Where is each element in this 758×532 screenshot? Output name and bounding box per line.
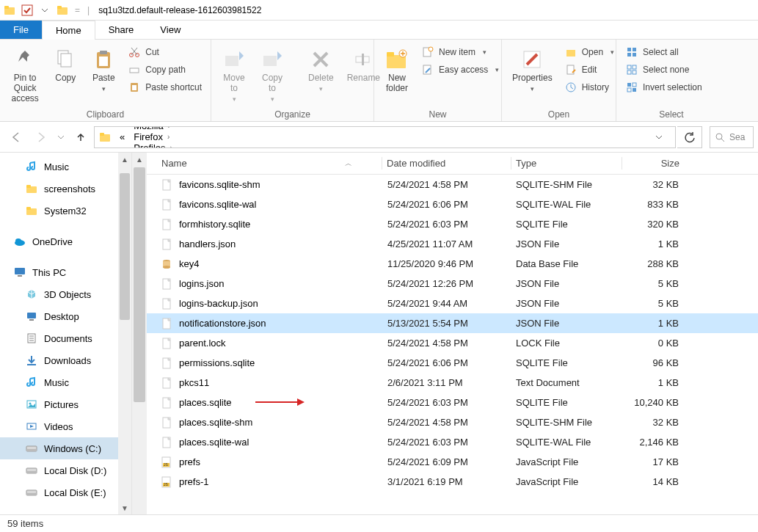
tree-item-local-disk-d-[interactable]: Local Disk (D:) xyxy=(0,459,131,481)
file-name: formhistory.sqlite xyxy=(179,219,383,230)
file-row[interactable]: JSprefs5/24/2021 6:09 PMJavaScript File1… xyxy=(147,452,758,472)
file-row[interactable]: permissions.sqlite5/24/2021 6:06 PMSQLIT… xyxy=(147,353,758,373)
tree-item-windows-c-[interactable]: Windows (C:) xyxy=(0,437,131,459)
content-scrollbar[interactable]: ▲ xyxy=(132,153,147,514)
invert-selection-button[interactable]: Invert selection xyxy=(622,79,705,95)
cut-button[interactable]: Cut xyxy=(125,44,205,60)
tree-item-downloads[interactable]: Downloads xyxy=(0,349,131,371)
column-headers[interactable]: Name︿ Date modified Type Size xyxy=(147,153,758,175)
file-row[interactable]: favicons.sqlite-shm5/24/2021 4:58 PMSQLI… xyxy=(147,175,758,194)
tree-item-documents[interactable]: Documents xyxy=(0,327,131,349)
tree-item-label: This PC xyxy=(32,267,66,278)
copy-to-button[interactable]: Copy to▾ xyxy=(255,44,289,106)
move-to-button[interactable]: Move to▾ xyxy=(217,44,251,106)
svg-point-71 xyxy=(163,266,170,269)
breadcrumb-segment[interactable]: Profiles› xyxy=(129,142,315,148)
open-button[interactable]: Open ▾ xyxy=(561,44,617,60)
file-row[interactable]: notificationstore.json5/13/2021 5:54 PMJ… xyxy=(147,313,758,333)
history-button[interactable]: History xyxy=(561,79,617,95)
file-icon: JS xyxy=(160,475,173,489)
qa-dropdown-icon[interactable] xyxy=(38,4,51,17)
tree-item-onedrive[interactable]: OneDrive xyxy=(0,230,131,252)
new-item-button[interactable]: New item ▾ xyxy=(418,44,502,60)
file-icon xyxy=(160,198,173,211)
new-folder-button[interactable]: New folder xyxy=(380,44,414,97)
delete-icon xyxy=(308,47,333,72)
file-row[interactable]: favicons.sqlite-wal5/24/2021 6:06 PMSQLI… xyxy=(147,194,758,214)
tree-item-local-disk-e-[interactable]: Local Disk (E:) xyxy=(0,481,131,503)
scroll-down-icon[interactable]: ▼ xyxy=(118,501,131,514)
file-size: 1 KB xyxy=(622,238,688,249)
tab-view[interactable]: View xyxy=(147,21,194,39)
nav-recent-button[interactable] xyxy=(54,126,68,148)
breadcrumb-segment[interactable]: Firefox› xyxy=(129,131,315,142)
tree-item-desktop[interactable]: Desktop xyxy=(0,305,131,327)
tree-item-music[interactable]: Music xyxy=(0,156,131,178)
file-row[interactable]: formhistory.sqlite5/24/2021 6:03 PMSQLIT… xyxy=(147,214,758,234)
scroll-up-icon[interactable]: ▲ xyxy=(118,153,131,166)
svg-rect-1 xyxy=(4,6,9,9)
paste-shortcut-button[interactable]: Paste shortcut xyxy=(125,79,205,95)
file-row[interactable]: places.sqlite-shm5/24/2021 4:58 PMSQLITE… xyxy=(147,412,758,432)
breadcrumb-overflow[interactable]: « xyxy=(115,131,129,142)
pin-quick-access-button[interactable]: Pin to Quick access xyxy=(6,44,44,106)
file-size: 96 KB xyxy=(622,357,688,368)
tab-share[interactable]: Share xyxy=(95,21,147,39)
history-icon xyxy=(564,81,577,94)
copy-path-button[interactable]: Copy path xyxy=(125,62,205,78)
col-date[interactable]: Date modified xyxy=(382,158,511,169)
breadcrumb[interactable]: « Roaming›Mozilla›Firefox›Profiles›sq1u3… xyxy=(94,126,676,148)
copy-path-icon xyxy=(128,63,141,76)
sidebar-scrollbar[interactable]: ▲ ▼ xyxy=(118,153,131,514)
copy-button[interactable]: Copy xyxy=(48,44,82,87)
tree-item-screenshots[interactable]: screenshots xyxy=(0,178,131,200)
folder-icon xyxy=(25,182,38,195)
tab-file[interactable]: File xyxy=(0,21,42,39)
select-none-button[interactable]: Select none xyxy=(622,62,705,78)
tree-item-system32[interactable]: System32 xyxy=(0,200,131,222)
search-input[interactable]: Sea xyxy=(710,126,754,148)
file-row[interactable]: parent.lock5/24/2021 4:58 PMLOCK File0 K… xyxy=(147,333,758,353)
nav-forward-button[interactable] xyxy=(29,126,53,148)
file-icon xyxy=(160,337,173,350)
tree-item-pictures[interactable]: Pictures xyxy=(0,393,131,415)
file-row[interactable]: handlers.json4/25/2021 11:07 AMJSON File… xyxy=(147,234,758,254)
file-row[interactable]: pkcs112/6/2021 3:11 PMText Document1 KB xyxy=(147,373,758,393)
file-row[interactable]: logins-backup.json5/24/2021 9:44 AMJSON … xyxy=(147,294,758,313)
col-name[interactable]: Name xyxy=(161,158,187,169)
file-row[interactable]: JSprefs-13/1/2021 6:19 PMJavaScript File… xyxy=(147,472,758,492)
qa-checkbox-icon[interactable] xyxy=(21,4,34,17)
paste-button[interactable]: Paste ▾ xyxy=(87,44,120,95)
breadcrumb-dropdown[interactable] xyxy=(655,133,668,142)
tree-item-music[interactable]: Music xyxy=(0,371,131,393)
svg-rect-38 xyxy=(633,83,636,87)
tree-item-videos[interactable]: Videos xyxy=(0,415,131,437)
file-date: 5/24/2021 6:03 PM xyxy=(383,397,511,408)
easy-access-button[interactable]: Easy access ▾ xyxy=(418,62,502,78)
pin-icon xyxy=(12,47,37,72)
file-row[interactable]: logins.json5/24/2021 12:26 PMJSON File5 … xyxy=(147,274,758,294)
col-type[interactable]: Type xyxy=(511,158,622,169)
svg-rect-60 xyxy=(26,449,37,451)
delete-button[interactable]: Delete▾ xyxy=(304,44,338,95)
nav-back-button[interactable] xyxy=(4,126,28,148)
file-row[interactable]: places.sqlite5/24/2021 6:03 PMSQLITE Fil… xyxy=(147,393,758,412)
file-row[interactable]: places.sqlite-wal5/24/2021 6:03 PMSQLITE… xyxy=(147,432,758,452)
properties-button[interactable]: Properties▾ xyxy=(508,44,557,95)
new-folder-icon xyxy=(385,47,409,72)
tree-item-this-pc[interactable]: This PC xyxy=(0,261,131,283)
select-all-button[interactable]: Select all xyxy=(622,44,705,60)
nav-up-button[interactable] xyxy=(69,126,92,148)
file-size: 1 KB xyxy=(622,377,688,388)
file-row[interactable]: key411/25/2020 9:46 PMData Base File288 … xyxy=(147,254,758,274)
tab-home[interactable]: Home xyxy=(42,21,95,40)
svg-rect-32 xyxy=(633,53,636,57)
svg-rect-62 xyxy=(26,471,37,473)
col-size[interactable]: Size xyxy=(622,158,688,169)
file-type: Data Base File xyxy=(511,258,622,269)
tree-item-3d-objects[interactable]: 3D Objects xyxy=(0,283,131,305)
refresh-button[interactable] xyxy=(677,126,702,148)
edit-button[interactable]: Edit xyxy=(561,62,617,78)
breadcrumb-segment[interactable]: Mozilla› xyxy=(129,126,315,132)
svg-rect-18 xyxy=(362,54,364,65)
